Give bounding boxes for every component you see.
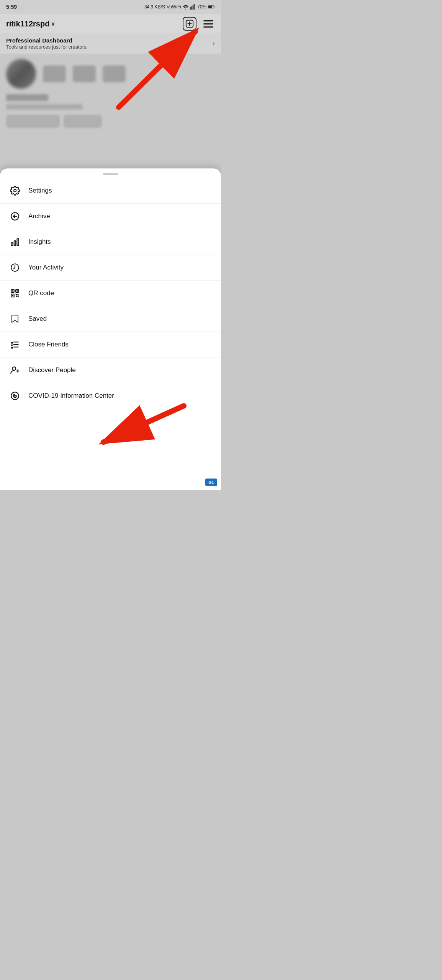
svg-rect-27: [18, 294, 19, 295]
profile-stats-row: [6, 59, 215, 89]
bottom-sheet: Settings Archive Insights: [0, 168, 221, 490]
menu-item-saved[interactable]: Saved: [0, 306, 221, 332]
settings-label: Settings: [28, 187, 52, 194]
insights-label: Insights: [28, 238, 51, 246]
wifi-icon: [183, 4, 189, 10]
pro-dashboard-banner[interactable]: Professional Dashboard Tools and resourc…: [0, 33, 221, 54]
svg-rect-1: [192, 6, 192, 10]
pro-dashboard-subtitle: Tools and resources just for creators.: [6, 44, 88, 50]
header-icons: [183, 17, 215, 31]
status-bar: 5:59 34.9 KB/S VoWiFi 70%: [0, 0, 221, 14]
data-speed: 34.9 KB/S: [144, 4, 165, 10]
action-buttons-row: [6, 115, 215, 128]
username-text: ritik112rspd: [6, 20, 49, 28]
following-stat: [103, 65, 126, 82]
hamburger-menu-button[interactable]: [202, 19, 215, 29]
saved-icon: [9, 313, 21, 325]
add-content-button[interactable]: [183, 17, 196, 31]
menu-item-your-activity[interactable]: Your Activity: [0, 255, 221, 281]
menu-item-archive[interactable]: Archive: [0, 204, 221, 229]
covid-label: COVID-19 Information Center: [28, 392, 114, 400]
close-friends-label: Close Friends: [28, 341, 69, 348]
svg-point-12: [14, 189, 16, 192]
qr-code-label: QR code: [28, 289, 54, 297]
discover-people-label: Discover People: [28, 366, 76, 374]
svg-rect-29: [18, 296, 19, 297]
your-activity-label: Your Activity: [28, 264, 64, 271]
activity-icon: [9, 262, 21, 273]
battery-level: 70%: [197, 4, 206, 10]
hamburger-line-2: [203, 23, 213, 24]
svg-rect-22: [12, 290, 13, 291]
svg-rect-6: [208, 6, 212, 8]
svg-rect-2: [193, 5, 193, 10]
status-time: 5:59: [6, 4, 17, 10]
svg-point-40: [14, 395, 16, 397]
archive-icon: [9, 211, 21, 222]
svg-rect-24: [12, 295, 13, 296]
close-friends-icon: [9, 339, 21, 350]
display-name: [6, 94, 48, 101]
pro-dashboard-title: Professional Dashboard: [6, 37, 88, 44]
archive-label: Archive: [28, 212, 50, 220]
svg-marker-34: [11, 344, 13, 346]
insights-icon: [9, 236, 21, 248]
svg-marker-33: [11, 341, 13, 344]
bio-text: [6, 104, 83, 109]
plus-square-icon: [185, 20, 194, 28]
username-row[interactable]: ritik112rspd ∨: [6, 20, 55, 28]
menu-item-covid[interactable]: COVID-19 Information Center: [0, 383, 221, 408]
svg-point-36: [13, 367, 16, 370]
qr-icon: [9, 287, 21, 299]
menu-item-close-friends[interactable]: Close Friends: [0, 332, 221, 358]
svg-rect-17: [17, 238, 18, 245]
svg-rect-0: [190, 7, 191, 10]
posts-stat: [43, 65, 66, 82]
followers-stat: [73, 65, 96, 82]
sheet-handle: [103, 173, 118, 175]
menu-item-qr-code[interactable]: QR code: [0, 281, 221, 306]
network-type: VoWiFi: [167, 4, 181, 10]
svg-rect-26: [16, 294, 17, 295]
menu-item-insights[interactable]: Insights: [0, 229, 221, 255]
menu-item-discover-people[interactable]: Discover People: [0, 358, 221, 383]
discover-icon: [9, 364, 21, 376]
battery-icon: [208, 5, 215, 9]
svg-rect-5: [214, 7, 215, 8]
svg-rect-15: [11, 243, 13, 246]
edit-profile-button-blur: [6, 115, 60, 128]
signal-icon: [190, 4, 196, 10]
covid-icon: [9, 390, 21, 402]
svg-marker-35: [11, 346, 13, 349]
watermark: G1: [205, 479, 217, 486]
profile-header: ritik112rspd ∨: [0, 14, 221, 33]
pro-dashboard-chevron-icon: ›: [213, 39, 215, 47]
menu-item-settings[interactable]: Settings: [0, 178, 221, 204]
share-profile-button-blur: [64, 115, 102, 128]
svg-rect-16: [14, 241, 16, 246]
hamburger-line-3: [203, 26, 213, 28]
saved-label: Saved: [28, 315, 47, 323]
avatar: [6, 59, 36, 89]
menu-list: Settings Archive Insights: [0, 178, 221, 408]
chevron-down-icon: ∨: [51, 21, 55, 27]
settings-icon: [9, 185, 21, 196]
pro-dashboard-text: Professional Dashboard Tools and resourc…: [6, 37, 88, 50]
svg-rect-3: [194, 4, 195, 10]
status-icons: 34.9 KB/S VoWiFi 70%: [144, 4, 215, 10]
hamburger-line-1: [203, 20, 213, 21]
svg-rect-28: [16, 296, 17, 297]
profile-blur-area: [0, 54, 221, 161]
svg-rect-23: [16, 290, 18, 291]
